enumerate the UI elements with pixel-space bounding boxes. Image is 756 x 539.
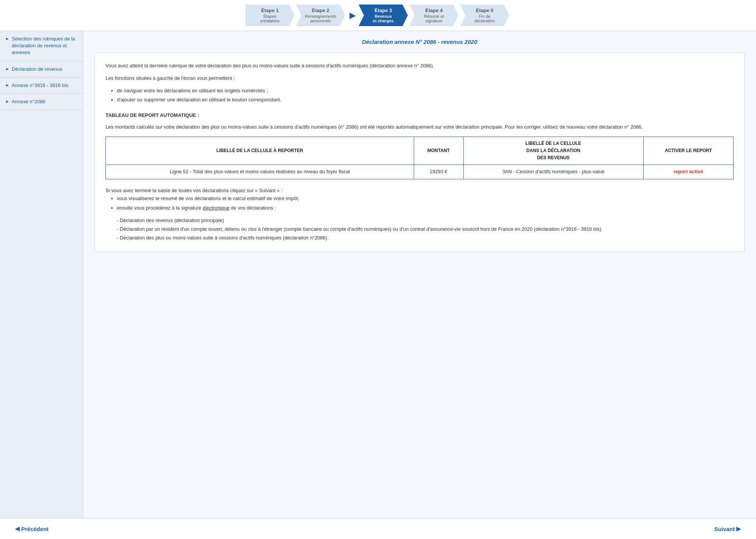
next-arrow-icon: ▶ (736, 525, 741, 532)
arrow-icon: ► (5, 83, 9, 87)
step-etape3[interactable]: Étape 3 Revenuset charges (359, 5, 408, 26)
row-cellule: 3AN - Cession d'actifs numériques - plus… (463, 165, 643, 179)
table-row: Ligne 52 - Total des plus-values et moin… (106, 165, 734, 179)
arrow-icon: ► (5, 99, 9, 104)
step-etape1[interactable]: Étape 1 Étapespréalables (245, 5, 295, 26)
stepper: Étape 1 Étapespréalables Étape 2 Renseig… (245, 5, 511, 26)
sidebar: ► Sélection des rubriques de la déclarat… (0, 31, 83, 518)
report-table: LIBELLÉ DE LA CELLULE À REPORTER MONTANT… (106, 137, 734, 179)
sidebar-item-annexe2086[interactable]: ► Annexe n°2086 (0, 94, 83, 110)
content-box: Vous avez atteint la dernière rubrique d… (95, 53, 745, 252)
table-section-title: TABLEAU DE REPORT AUTOMATIQUE : (106, 112, 734, 120)
bullet-item-1: de naviguer entre les déclarations en ut… (117, 87, 734, 95)
stepper-arrow: ► (348, 10, 358, 21)
arrow-icon: ► (5, 67, 9, 71)
step-etape4[interactable]: Étape 4 Résumé etsignature (409, 5, 458, 26)
suivant-section: Si vous avez terminé la saisie de toutes… (106, 187, 734, 242)
indent-line-1: - Déclaration des revenus (déclaration p… (117, 216, 734, 225)
sidebar-item-declaration[interactable]: ► Déclaration de revenus (0, 61, 83, 78)
prev-arrow-icon: ◀ (15, 525, 20, 532)
suivant-bullet-1: vous visualiserez le résumé de vos décla… (117, 195, 734, 203)
content-area: Déclaration annexe N° 2086 - revenus 202… (83, 31, 756, 518)
sidebar-item-rubriques[interactable]: ► Sélection des rubriques de la déclarat… (0, 31, 83, 61)
step-etape5[interactable]: Étape 5 Fin dedéclaration (460, 5, 509, 26)
suivant-bullet-2: ensuite vous procéderez à la signature é… (117, 204, 734, 212)
suivant-text: Si vous avez terminé la saisie de toutes… (106, 187, 734, 195)
col-header-libelle: LIBELLÉ DE LA CELLULE À REPORTER (106, 137, 414, 165)
functions-text: Les fonctions situées à gauche de l'écra… (106, 75, 734, 82)
bottom-nav: ◀ Précédent Suivant ▶ (0, 518, 756, 539)
col-header-activer: ACTIVER LE REPORT (643, 137, 733, 165)
electronique-underline: électronique (203, 205, 230, 211)
indent-line-3: - Déclaration des plus ou moins-values s… (117, 233, 734, 242)
functions-list: de naviguer entre les déclarations en ut… (117, 87, 734, 104)
row-activer: report activé (643, 165, 733, 179)
indent-line-2: - Déclaration par un résident d'un compt… (117, 225, 734, 233)
table-description: Les montants calculés sur votre déclarat… (106, 123, 734, 131)
report-active-badge: report activé (674, 169, 703, 174)
suivant-list: vous visualiserez le résumé de vos décla… (117, 195, 734, 212)
prev-button[interactable]: ◀ Précédent (15, 525, 49, 532)
col-header-cellule: LIBELLÉ DE LA CELLULEDANS LA DÉCLARATION… (463, 137, 643, 165)
sidebar-item-annexe3916[interactable]: ► Annexe n°3916 - 3916 bis (0, 78, 83, 94)
section-title: Déclaration annexe N° 2086 - revenus 202… (95, 39, 745, 45)
arrow-icon: ► (5, 36, 9, 41)
row-libelle: Ligne 52 - Total des plus-values et moin… (106, 165, 414, 179)
col-header-montant: MONTANT (414, 137, 463, 165)
row-montant: 19293 € (414, 165, 463, 179)
indent-declarations: - Déclaration des revenus (déclaration p… (117, 216, 734, 242)
bullet-item-2: d'ajouter ou supprimer une déclaration e… (117, 96, 734, 104)
step-etape2[interactable]: Étape 2 Renseignementspersonnels (296, 5, 345, 26)
stepper-bar: Étape 1 Étapespréalables Étape 2 Renseig… (0, 0, 756, 31)
intro-paragraph: Vous avez atteint la dernière rubrique d… (106, 62, 734, 70)
next-button[interactable]: Suivant ▶ (714, 525, 741, 532)
